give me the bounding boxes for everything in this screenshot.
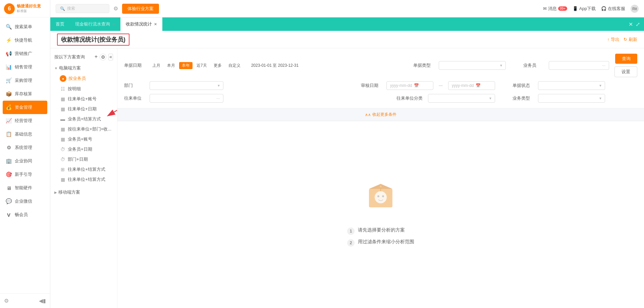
date-tab-7days[interactable]: 近7天 xyxy=(194,62,210,69)
date-tab-this-year[interactable]: 本年 xyxy=(179,62,193,69)
tab-bank-flow-label: 现金银行流水查询 xyxy=(75,21,110,27)
desktop-section: ▼ 电脑端方案 ● 按业务员 ☷ 按明细 ▦ xyxy=(50,63,117,187)
sidebar-item-quick-nav[interactable]: ⚡ 快捷导航 xyxy=(0,34,50,47)
panel-header-actions: + ⚙ « xyxy=(95,54,113,60)
biz-type-select[interactable]: ▾ xyxy=(538,94,605,103)
sidebar-item-guide[interactable]: 🎯 新手引导 xyxy=(0,168,50,181)
online-service-label: 在线客服 xyxy=(608,6,625,12)
sidebar-item-basic[interactable]: 📋 基础信息 xyxy=(0,127,50,141)
tab-bank-flow[interactable]: 现金银行流水查询 ✕ xyxy=(70,17,120,31)
sidebar-item-sales[interactable]: 📊 销售管理 xyxy=(0,60,50,74)
sidebar-item-purchase[interactable]: 🛒 采购管理 xyxy=(0,74,50,87)
sidebar-settings-btn[interactable]: ⚙ xyxy=(4,298,9,304)
search-placeholder: 搜索 xyxy=(67,6,75,11)
active-indicator: ● xyxy=(60,75,66,82)
doc-status-select[interactable]: ▾ xyxy=(538,81,605,90)
tree-item-icon: ▦ xyxy=(60,106,66,112)
tree-item-dept-date[interactable]: ⏱ 部门+日期 xyxy=(50,154,117,164)
salesman-input[interactable]: ··· xyxy=(549,61,609,70)
sidebar-collapse-btn[interactable]: ◀▮ xyxy=(39,298,46,304)
filter-row-2: 部门 ▾ 审核日期 yyyy-mm-dd 📅 — xyxy=(124,81,637,90)
tree-item-icon: ▦ xyxy=(60,176,66,183)
panel-collapse-btn[interactable]: « xyxy=(108,54,113,60)
tree-item-unit-dept-collect[interactable]: ▦ 按往来单位+部门+收... xyxy=(50,124,117,134)
date-tab-last-month[interactable]: 上月 xyxy=(150,62,163,69)
tree-item-staff-account[interactable]: ▦ 业务员+账号 xyxy=(50,134,117,144)
sidebar-item-system[interactable]: ⚙ 系统管理 xyxy=(0,141,50,154)
enterprise-icon: 🏢 xyxy=(5,158,12,164)
message-action[interactable]: ✉ 消息 99+ xyxy=(543,6,567,12)
panel-add-btn[interactable]: + xyxy=(95,54,98,60)
tree-item-staff-date[interactable]: ⏱ 业务员+日期 xyxy=(50,144,117,154)
tree-item-unit-account[interactable]: ▦ 往来单位+账号 xyxy=(50,94,117,104)
tab-collection-stats-close[interactable]: ✕ xyxy=(154,22,157,27)
sidebar-item-label: 资金管理 xyxy=(15,104,32,110)
tree-item-icon: ⊞ xyxy=(60,166,66,172)
sidebar-item-marketing[interactable]: 📢 营销推广 xyxy=(0,47,50,60)
trial-button[interactable]: 体验行业方案 xyxy=(122,4,159,14)
filter-row-1: 单据日期 上月 本月 本年 近7天 更多 自定义 2023-01-01 至 20… xyxy=(124,54,637,77)
sidebar-item-operations[interactable]: 📈 经营管理 xyxy=(0,114,50,127)
desktop-section-parent[interactable]: ▼ 电脑端方案 xyxy=(50,63,117,73)
sidebar-item-enterprise[interactable]: 🏢 企业协同 xyxy=(0,154,50,168)
filter-actions: 查询 设置 xyxy=(614,54,637,77)
right-panel: 单据日期 上月 本月 本年 近7天 更多 自定义 2023-01-01 至 20… xyxy=(117,48,644,308)
sidebar-item-label: 新手引导 xyxy=(15,171,32,177)
unit-type-select[interactable]: ▾ xyxy=(428,94,495,103)
tabbar: 首页 现金银行流水查询 ✕ 收款情况统计 ✕ ✕ ⤢ xyxy=(50,17,644,31)
date-tab-this-month[interactable]: 本月 xyxy=(164,62,178,69)
tree-item-by-staff[interactable]: ● 按业务员 xyxy=(50,73,117,84)
collapse-bar[interactable]: ∧∧ 收起更多条件 xyxy=(117,108,644,121)
quick-nav-icon: ⚡ xyxy=(5,37,12,44)
tree-item-icon: ▬ xyxy=(60,116,66,122)
export-button[interactable]: ↑ 导出 xyxy=(607,37,620,43)
svg-point-4 xyxy=(382,195,384,197)
app-download-action[interactable]: 📱 App下载 xyxy=(573,6,596,12)
user-avatar[interactable]: Rit xyxy=(631,5,639,13)
topbar-settings-icon[interactable]: ⚙ xyxy=(113,5,118,12)
date-tab-more[interactable]: 更多 xyxy=(211,62,224,69)
tab-bank-flow-close[interactable]: ✕ xyxy=(112,22,115,27)
fullscreen-btn[interactable]: ⤢ xyxy=(636,21,640,28)
sidebar-item-hardware[interactable]: 🖥 智能硬件 xyxy=(0,181,50,195)
tab-home[interactable]: 首页 xyxy=(50,17,70,31)
review-date-start[interactable]: yyyy-mm-dd 📅 xyxy=(386,81,433,90)
unit-input[interactable]: ··· xyxy=(150,94,223,103)
tab-collection-stats[interactable]: 收款情况统计 ✕ xyxy=(120,17,162,31)
download-icon: 📱 xyxy=(573,6,578,11)
settings-button[interactable]: 设置 xyxy=(614,66,637,77)
sidebar-item-label: 企业协同 xyxy=(15,158,32,164)
doc-status-chevron-icon: ▾ xyxy=(599,83,601,88)
review-date-end[interactable]: yyyy-mm-dd 📅 xyxy=(448,81,495,90)
online-service-action[interactable]: 🎧 在线客服 xyxy=(601,6,625,12)
sidebar-item-search-menu[interactable]: 🔍 搜索菜单 xyxy=(0,20,50,34)
step-1-text: 请先选择要分析的方案 xyxy=(358,227,405,233)
tree-item-by-detail[interactable]: ☷ 按明细 xyxy=(50,84,117,94)
mobile-section-label: 移动端方案 xyxy=(58,189,80,195)
close-all-tabs-btn[interactable]: ✕ xyxy=(629,21,633,28)
review-date-label: 审核日期 xyxy=(361,83,381,89)
topbar-search-box[interactable]: 🔍 搜索 xyxy=(56,4,109,13)
refresh-button[interactable]: ↻ 刷新 xyxy=(624,37,637,43)
biz-type-chevron-icon: ▾ xyxy=(599,96,601,101)
mobile-section: ▶ 移动端方案 xyxy=(50,187,117,200)
panel-settings-btn[interactable]: ⚙ xyxy=(100,54,106,60)
sidebar-item-inventory[interactable]: 📦 库存核算 xyxy=(0,87,50,101)
message-icon: ✉ xyxy=(543,6,547,11)
tree-item-unit-date[interactable]: ▦ 往来单位+日期 xyxy=(50,104,117,114)
sidebar-item-label: 经营管理 xyxy=(15,118,32,124)
sidebar-bottom: ⚙ ◀▮ xyxy=(0,293,50,308)
date-tab-custom[interactable]: 自定义 xyxy=(226,62,243,69)
sidebar-item-member[interactable]: V 畅会员 xyxy=(0,208,50,221)
tree-item-staff-settle[interactable]: ▬ 业务员+结算方式 xyxy=(50,114,117,124)
tree-item-unit-settle1[interactable]: ⊞ 往来单位+结算方式 xyxy=(50,164,117,174)
sidebar-nav: 🔍 搜索菜单 ⚡ 快捷导航 📢 营销推广 📊 销售管理 🛒 采购管理 📦 xyxy=(0,17,50,293)
query-button[interactable]: 查询 xyxy=(615,54,637,64)
sidebar-item-capital[interactable]: 💰 资金管理 xyxy=(3,101,47,114)
tree-item-unit-settle2[interactable]: ▦ 往来单位+结算方式 xyxy=(50,174,117,185)
mobile-section-parent[interactable]: ▶ 移动端方案 xyxy=(50,187,117,197)
doc-type-select[interactable]: ▾ xyxy=(439,61,506,70)
sidebar-item-wechat[interactable]: 💬 企业微信 xyxy=(0,195,50,208)
unit-more-icon: ··· xyxy=(216,96,220,101)
dept-select[interactable]: ▾ xyxy=(150,81,223,90)
